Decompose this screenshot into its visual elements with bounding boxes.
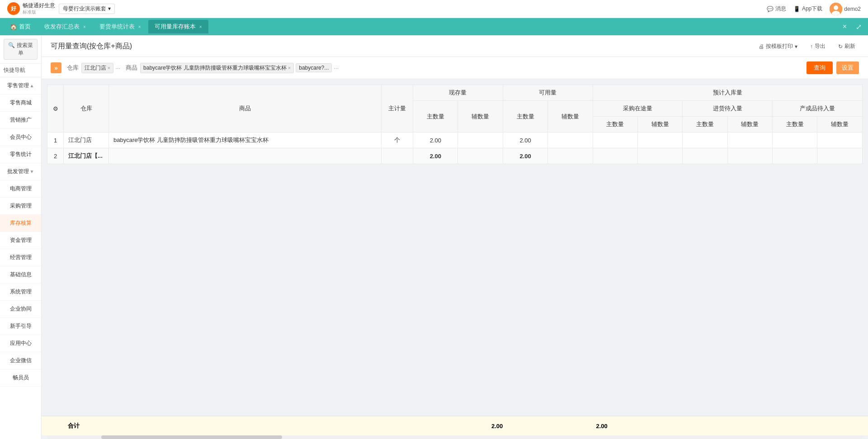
content-area: 可用量查询(按仓库+商品) 🖨 按模板打印 ▾ ↑ 导出 ↻ 刷新 (42, 35, 868, 439)
query-btn[interactable]: 查询 (807, 61, 833, 74)
data-table: ⚙ 仓库 商品 主计量 现存量 (47, 85, 863, 164)
logo-sub: 标准版 (23, 9, 55, 15)
refresh-btn[interactable]: ↻ 刷新 (835, 41, 859, 52)
username: demo2 (844, 6, 861, 12)
sidebar-item-basic-info[interactable]: 基础信息 (0, 266, 41, 283)
tab-close-receivable[interactable]: × (83, 24, 86, 29)
sidebar-item-app-center[interactable]: 应用中心 (0, 335, 41, 352)
export-icon: ↑ (810, 43, 813, 50)
th-settings[interactable]: ⚙ (47, 85, 64, 132)
tab-home[interactable]: 🏠 首页 (4, 20, 37, 33)
tab-maximize[interactable]: ⤢ (853, 22, 864, 32)
message-label: 消息 (775, 5, 786, 13)
th-purchase-in-transit: 采购在途量 (593, 101, 683, 117)
row2-unit (382, 148, 413, 164)
arrow-icon-wholesale: ▼ (30, 169, 34, 174)
row2-product (109, 148, 382, 164)
row2-products-main (773, 148, 817, 164)
th-product: 商品 (109, 85, 382, 132)
scroll-thumb[interactable] (101, 435, 282, 439)
th-stock-aux: 辅数量 (458, 101, 503, 132)
table-footer: 合计 2.00 2.00 (42, 415, 868, 435)
page-actions: 🖨 按模板打印 ▾ ↑ 导出 ↻ 刷新 (755, 41, 859, 52)
sidebar-item-marketing[interactable]: 营销推广 (0, 112, 41, 129)
svg-point-1 (834, 5, 838, 10)
warehouse-filter-group: 仓库 江北门店 × ··· (67, 63, 120, 73)
industry-selector[interactable]: 母婴行业演示账套 ▾ (59, 4, 115, 14)
product-tag-2[interactable]: babycare?... (296, 63, 332, 72)
logo-icon: 好 (7, 2, 20, 15)
table-container[interactable]: ⚙ 仓库 商品 主计量 现存量 (42, 79, 868, 415)
tab-close-order-stats[interactable]: × (138, 24, 141, 29)
th-available-qty: 可用量 (503, 85, 593, 101)
product-filter-group: 商品 babycare学饮杯 儿童防摔防撞吸管杯重力球吸嘴杯宝宝水杯 × bab… (126, 63, 339, 73)
tab-close-all[interactable]: × (840, 22, 849, 32)
sidebar-item-ops-mgmt[interactable]: 经营管理 (0, 249, 41, 266)
sidebar-item-retail-mgmt[interactable]: 零售管理 ▲ (0, 77, 41, 94)
sidebar-item-wholesale-mgmt[interactable]: 批发管理 ▼ (0, 163, 41, 180)
total-table: 合计 2.00 2.00 (47, 419, 863, 433)
row1-index: 1 (47, 132, 64, 148)
print-template-btn[interactable]: 🖨 按模板打印 ▾ (755, 41, 801, 52)
filter-toggle-btn[interactable]: » (51, 62, 61, 73)
user-profile[interactable]: demo2 (830, 3, 861, 15)
row2-avail-aux (548, 148, 593, 164)
row1-inbound-main (683, 132, 727, 148)
row1-purchase-aux (637, 132, 682, 148)
product-tags: babycare学饮杯 儿童防摔防撞吸管杯重力球吸嘴杯宝宝水杯 × babyca… (140, 63, 339, 73)
sidebar-item-retail-stats[interactable]: 零售统计 (0, 146, 41, 163)
warehouse-tag-remove[interactable]: × (108, 65, 110, 71)
table-row: 1 江北门店 babycare学饮杯 儿童防摔防撞吸管杯重力球吸嘴杯宝宝水杯 个… (47, 132, 863, 148)
sidebar-item-quick-nav[interactable]: 快捷导航 (0, 64, 41, 77)
export-btn[interactable]: ↑ 导出 (807, 41, 829, 52)
sidebar-item-changyuan[interactable]: 畅员员 (0, 369, 41, 387)
sidebar-item-new-guide[interactable]: 新手引导 (0, 318, 41, 335)
warehouse-filter-label: 仓库 (67, 64, 79, 72)
search-menu-btn[interactable]: 🔍 搜索菜单 (4, 39, 38, 60)
product-tag-1-remove[interactable]: × (288, 65, 291, 71)
product-tag-1[interactable]: babycare学饮杯 儿童防摔防撞吸管杯重力球吸嘴杯宝宝水杯 × (140, 63, 294, 73)
message-btn[interactable]: 💬 消息 (767, 5, 786, 13)
app-download-btn[interactable]: 📱 App下载 (793, 5, 822, 13)
tab-close-inventory[interactable]: × (199, 24, 202, 29)
warehouse-tags: 江北门店 × ··· (81, 63, 120, 73)
row2-inbound-aux (727, 148, 772, 164)
row1-product: babycare学饮杯 儿童防摔防撞吸管杯重力球吸嘴杯宝宝水杯 (109, 132, 382, 148)
warehouse-more[interactable]: ··· (115, 65, 120, 71)
th-inbound-aux: 辅数量 (727, 117, 772, 132)
settings-btn[interactable]: 设置 (836, 61, 859, 74)
sidebar-item-ecommerce[interactable]: 电商管理 (0, 180, 41, 198)
tab-inventory[interactable]: 可用量库存账本 × (148, 20, 208, 33)
row1-unit: 个 (382, 132, 413, 148)
sidebar-item-enterprise-wechat[interactable]: 企业微信 (0, 352, 41, 369)
sidebar-item-member-center[interactable]: 会员中心 (0, 129, 41, 146)
nav-tabs-right: × ⤢ (840, 22, 864, 32)
th-products-aux: 辅数量 (817, 117, 863, 132)
horizontal-scrollbar[interactable] (47, 435, 863, 439)
row1-warehouse: 江北门店 (64, 132, 109, 148)
product-more[interactable]: ··· (334, 65, 339, 71)
table-row: 2 江北门店【... 2.00 2.00 (47, 148, 863, 164)
row1-products-main (773, 132, 817, 148)
tab-receivable[interactable]: 收发存汇总表 × (38, 20, 92, 33)
th-purchase-main: 主数量 (593, 117, 637, 132)
warehouse-tag[interactable]: 江北门店 × (81, 63, 113, 73)
nav-tabs: 🏠 首页 收发存汇总表 × 要货单统计表 × 可用量库存账本 × × ⤢ (0, 18, 868, 35)
avatar (830, 3, 842, 15)
sidebar-item-system-mgmt[interactable]: 系统管理 (0, 283, 41, 301)
th-stock-main: 主数量 (413, 101, 458, 132)
row2-stock-main: 2.00 (413, 148, 458, 164)
row1-products-aux (817, 132, 863, 148)
sidebar-item-inventory-check[interactable]: 库存核算 (0, 215, 41, 232)
sidebar-item-retail-mall[interactable]: 零售商城 (0, 94, 41, 112)
filter-bar: » 仓库 江北门店 × ··· 商品 babycare学饮杯 儿童防摔防撞吸管杯… (42, 57, 868, 79)
settings-icon[interactable]: ⚙ (53, 105, 58, 112)
row2-warehouse: 江北门店【... (64, 148, 109, 164)
row1-stock-main: 2.00 (413, 132, 458, 148)
logo-title: 畅捷通好生意 (23, 2, 55, 9)
th-warehouse: 仓库 (64, 85, 109, 132)
sidebar-item-finance-mgmt[interactable]: 资金管理 (0, 232, 41, 249)
sidebar-item-purchase-mgmt[interactable]: 采购管理 (0, 198, 41, 215)
sidebar-item-enterprise-collab[interactable]: 企业协同 (0, 301, 41, 318)
tab-order-stats[interactable]: 要货单统计表 × (93, 20, 147, 33)
